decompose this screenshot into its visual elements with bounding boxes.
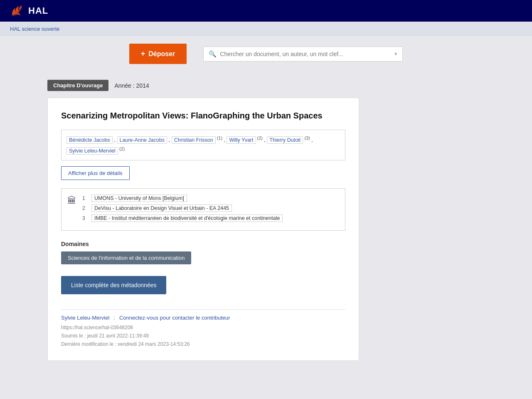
- separator-4: ,: [311, 137, 313, 143]
- author-num-5: (2): [118, 146, 125, 151]
- hal-logo-text: HAL: [28, 5, 48, 16]
- author-num-4: (3): [303, 135, 311, 140]
- author-link-0[interactable]: Bénédicte Jacobs: [66, 136, 113, 144]
- type-badge: Chapitre D'ouvrage: [47, 80, 108, 91]
- institution-item-1: 2 DeVisu - Laboratoire en Design Visuel …: [82, 204, 283, 212]
- domains-label: Domaines: [61, 241, 345, 247]
- author-link-4[interactable]: Thierry Dutoit: [267, 136, 303, 144]
- domains-section: Domaines Sciences de l'information et de…: [61, 241, 345, 276]
- hal-url: https://hal.science/hal-03648208: [61, 323, 345, 332]
- subnav: HAL science ouverte: [0, 22, 532, 36]
- separator-0: ,: [114, 137, 117, 143]
- main-content: Chapitre D'ouvrage Année : 2014 Scenariz…: [37, 71, 495, 369]
- institution-list: 1 UMONS - University of Mons [Belgium] 2…: [82, 195, 283, 224]
- paper-title: Scenarizing Metropolitan Views: FlanoGra…: [61, 110, 345, 121]
- header: HAL: [0, 0, 532, 22]
- inst-num-2: 3: [82, 215, 88, 221]
- footer-meta: https://hal.science/hal-03648208 Soumis …: [61, 323, 345, 349]
- badge-row: Chapitre D'ouvrage Année : 2014: [47, 80, 485, 91]
- author-link-3[interactable]: Willy Yvart: [227, 136, 256, 144]
- search-input[interactable]: [220, 51, 391, 57]
- search-icon: 🔍: [209, 50, 217, 58]
- authors-block: Bénédicte Jacobs , Laure-Anne Jacobs , C…: [61, 130, 345, 160]
- institution-item-0: 1 UMONS - University of Mons [Belgium]: [82, 195, 283, 202]
- institutions-block: 🏛 1 UMONS - University of Mons [Belgium]…: [61, 188, 345, 231]
- domain-tag: Sciences de l'information et de la commu…: [61, 251, 191, 264]
- institution-icon: 🏛: [67, 195, 76, 224]
- contributor-link[interactable]: Sylvie Leleu-Merviel: [61, 315, 109, 321]
- details-button[interactable]: Afficher plus de détails: [61, 166, 130, 180]
- metadata-button[interactable]: Liste complète des métadonnées: [61, 276, 166, 294]
- chevron-down-icon: ▾: [394, 51, 397, 57]
- metadata-section: Liste complète des métadonnées: [61, 276, 345, 303]
- year-text: Année : 2014: [114, 82, 149, 89]
- hal-logo-icon: [8, 3, 24, 19]
- author-num-2: (1): [216, 135, 224, 140]
- submitted-date: Soumis le : jeudi 21 avril 2022-11:39:49: [61, 332, 345, 340]
- paper-card: Scenarizing Metropolitan Views: FlanoGra…: [47, 98, 359, 361]
- author-link-5[interactable]: Sylvie Leleu-Merviel: [66, 147, 118, 155]
- hal-logo: HAL: [8, 3, 48, 19]
- deposit-label: Déposer: [148, 50, 175, 58]
- contact-link[interactable]: Connectez-vous pour contacter le contrib…: [119, 315, 230, 321]
- inst-num-0: 1: [82, 195, 88, 201]
- institution-item-2: 3 IMBE - Institut méditerranéen de biodi…: [82, 214, 283, 222]
- deposit-button[interactable]: + Déposer: [129, 44, 187, 64]
- footer-separator: :: [113, 315, 115, 321]
- author-num-3: (2): [256, 135, 264, 140]
- search-box: 🔍 ▾: [203, 47, 403, 62]
- search-area: + Déposer 🔍 ▾: [0, 36, 532, 71]
- footer-links: Sylvie Leleu-Merviel : Connectez-vous po…: [61, 315, 345, 321]
- plus-icon: +: [141, 49, 145, 58]
- inst-name-2: IMBE - Institut méditerranéen de biodive…: [91, 214, 283, 222]
- modified-date: Dernière modification le : vendredi 24 m…: [61, 340, 345, 348]
- separator-1: ,: [169, 137, 172, 143]
- inst-num-1: 2: [82, 205, 88, 211]
- subnav-hal-link[interactable]: HAL science ouverte: [10, 26, 59, 32]
- author-link-1[interactable]: Laure-Anne Jacobs: [117, 136, 167, 144]
- footer-info: Sylvie Leleu-Merviel : Connectez-vous po…: [61, 309, 345, 349]
- author-link-2[interactable]: Christian Frisson: [172, 136, 216, 144]
- inst-name-0: UMONS - University of Mons [Belgium]: [91, 195, 187, 202]
- hal-url-link[interactable]: https://hal.science/hal-03648208: [61, 325, 133, 330]
- inst-name-1: DeVisu - Laboratoire en Design Visuel et…: [91, 204, 232, 212]
